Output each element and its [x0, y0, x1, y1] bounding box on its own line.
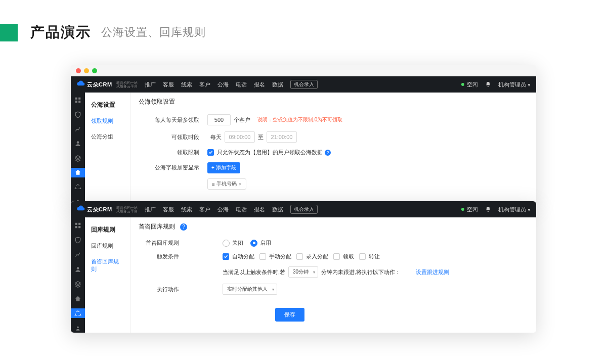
save-button[interactable]: 保存	[275, 308, 304, 322]
shield-icon[interactable]	[74, 111, 81, 118]
minimize-icon[interactable]	[84, 68, 89, 73]
time-to-input[interactable]	[267, 131, 297, 143]
nav-promo[interactable]: 推广	[145, 81, 156, 88]
cb-entry-assign[interactable]	[296, 253, 303, 260]
row-condition-sentence: 当满足以上触发条件时,若 30分钟 分钟内未跟进,将执行以下动作： 设置跟进规则	[139, 266, 528, 278]
layers-icon[interactable]	[74, 281, 81, 288]
nav-promo[interactable]: 推广	[145, 206, 156, 213]
svg-rect-8	[75, 226, 77, 228]
add-field-button[interactable]: + 添加字段	[207, 162, 240, 173]
section-title: 首咨回库规则 ?	[139, 222, 528, 231]
user-icon[interactable]	[74, 140, 81, 147]
topbar: 云朵CRM 教育机构一站式服务云平台 推广 客服 线索 客户 公海 电话 报名 …	[71, 76, 536, 93]
section-title: 公海领取设置	[139, 98, 528, 106]
drag-icon[interactable]: ≡	[212, 181, 214, 187]
svg-rect-6	[75, 222, 77, 224]
help-icon[interactable]: ?	[325, 150, 331, 156]
status-indicator: 空闲	[461, 206, 478, 213]
row-action: 执行动作 实时分配给其他人	[139, 284, 528, 295]
sidemenu-item-first-consult[interactable]: 首咨回库规则	[85, 254, 130, 277]
restriction-checkbox[interactable]	[207, 149, 214, 156]
daily-limit-note: 说明：空或负值为不限制,0为不可领取	[257, 116, 342, 123]
sidemenu-item-groups[interactable]: 公海分组	[85, 129, 130, 145]
nav-phone[interactable]: 电话	[236, 81, 247, 88]
nav-phone[interactable]: 电话	[236, 206, 247, 213]
daily-limit-input[interactable]	[207, 114, 231, 125]
nav-customers[interactable]: 客户	[199, 206, 210, 213]
status-dot-icon	[461, 83, 464, 86]
brand-name: 云朵CRM	[87, 206, 112, 213]
row-claim-restriction: 领取限制 只允许状态为【启用】的用户领取公海数据 ?	[139, 149, 528, 156]
page-title: 产品演示	[30, 23, 91, 42]
cb-manual-assign[interactable]	[259, 253, 266, 260]
svg-point-11	[77, 326, 79, 328]
chart-icon[interactable]	[74, 251, 81, 258]
svg-rect-2	[75, 101, 77, 103]
nav-data[interactable]: 数据	[272, 81, 283, 88]
close-icon[interactable]	[76, 68, 81, 73]
sidemenu-title: 公海设置	[85, 97, 130, 113]
sidemenu: 公海设置 领取规则 公海分组	[85, 93, 130, 206]
window-public-sea-settings: 云朵CRM 教育机构一站式服务云平台 推广 客服 线索 客户 公海 电话 报名 …	[71, 65, 536, 206]
nav-public-sea[interactable]: 公海	[217, 81, 229, 88]
iconbar	[71, 93, 85, 206]
remove-tag-icon[interactable]: ×	[239, 181, 242, 187]
nav-signup[interactable]: 报名	[254, 81, 265, 88]
svg-rect-0	[75, 98, 77, 100]
nav-service[interactable]: 客服	[163, 81, 174, 88]
nav-leads[interactable]: 线索	[181, 206, 192, 213]
row-daily-limit: 每人每天最多领取 个客户 说明：空或负值为不限制,0为不可领取	[139, 114, 528, 125]
duration-select[interactable]: 30分钟	[288, 266, 318, 278]
nav-data[interactable]: 数据	[272, 206, 283, 213]
content-panel: 首咨回库规则 ? 首咨回库规则 关闭 启用 触发条件 自动分配 手动分配 录入分…	[130, 217, 536, 333]
status-dot-icon	[461, 208, 464, 211]
bell-icon[interactable]	[485, 206, 491, 212]
chart-icon[interactable]	[74, 126, 81, 133]
cb-transfer[interactable]	[359, 253, 366, 260]
page-subtitle: 公海设置、回库规则	[101, 25, 206, 40]
user-icon[interactable]	[74, 266, 81, 273]
sidemenu-item-return-rules[interactable]: 回库规则	[85, 238, 130, 254]
cb-auto-assign[interactable]	[223, 253, 229, 260]
recycle-icon[interactable]	[74, 310, 81, 317]
row-time-range: 可领取时段 每天 至	[139, 131, 528, 143]
user-menu[interactable]: 机构管理员▼	[498, 81, 531, 88]
nav-service[interactable]: 客服	[163, 206, 174, 213]
radio-off[interactable]	[223, 240, 230, 247]
radio-on[interactable]	[250, 240, 257, 247]
sidemenu: 回库规则 回库规则 首咨回库规则	[85, 217, 130, 333]
home-icon[interactable]	[74, 295, 81, 302]
iconbar	[71, 217, 85, 333]
top-nav: 推广 客服 线索 客户 公海 电话 报名 数据 机会录入	[145, 80, 318, 89]
home-icon[interactable]	[74, 169, 81, 176]
dashboard-icon[interactable]	[74, 97, 81, 104]
svg-rect-1	[78, 98, 80, 100]
maximize-icon[interactable]	[92, 68, 97, 73]
dashboard-icon[interactable]	[74, 222, 81, 229]
nav-opportunity-entry[interactable]: 机会录入	[290, 205, 318, 214]
recycle-icon[interactable]	[74, 184, 81, 191]
page-header: 产品演示 公海设置、回库规则	[0, 0, 612, 55]
person-icon[interactable]	[74, 325, 81, 332]
bell-icon[interactable]	[485, 81, 491, 87]
mac-traffic-lights	[71, 65, 536, 76]
time-from-input[interactable]	[225, 131, 255, 143]
set-followup-link[interactable]: 设置跟进规则	[416, 268, 449, 276]
svg-rect-7	[78, 222, 80, 224]
layers-icon[interactable]	[74, 155, 81, 162]
shield-icon[interactable]	[74, 237, 81, 244]
accent-block	[0, 24, 18, 41]
cb-claim[interactable]	[333, 253, 340, 260]
nav-opportunity-entry[interactable]: 机会录入	[290, 80, 318, 89]
encrypted-field-tag: ≡ 手机号码 ×	[207, 178, 246, 190]
nav-leads[interactable]: 线索	[181, 81, 192, 88]
nav-signup[interactable]: 报名	[254, 206, 265, 213]
user-menu[interactable]: 机构管理员▼	[498, 206, 531, 213]
topbar: 云朵CRM 教育机构一站式服务云平台 推广 客服 线索 客户 公海 电话 报名 …	[71, 201, 536, 217]
sidemenu-item-claim-rules[interactable]: 领取规则	[85, 113, 130, 129]
nav-customers[interactable]: 客户	[199, 81, 210, 88]
row-enable-rule: 首咨回库规则 关闭 启用	[139, 239, 528, 247]
nav-public-sea[interactable]: 公海	[217, 206, 229, 213]
help-icon[interactable]: ?	[180, 223, 187, 231]
action-select[interactable]: 实时分配给其他人	[223, 284, 277, 295]
